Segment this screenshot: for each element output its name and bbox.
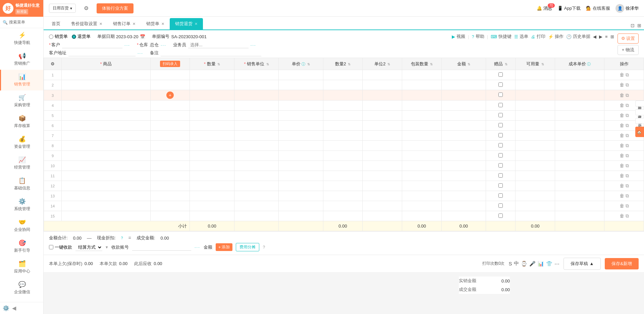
sidebar-item-finance[interactable]: 💰 资金管理: [0, 132, 43, 153]
th-settings[interactable]: ⚙: [44, 58, 62, 70]
row-8-unit-price[interactable]: [279, 141, 323, 151]
calc-method-select[interactable]: 结算方式: [75, 244, 102, 251]
row-15-qty2[interactable]: [323, 211, 363, 221]
row-15-qty[interactable]: [190, 211, 234, 221]
row-4-available[interactable]: [516, 101, 555, 111]
row-2-copy-icon[interactable]: ⧉: [626, 82, 629, 88]
row-2-amount[interactable]: [441, 80, 486, 90]
row-7-qty[interactable]: [190, 131, 234, 141]
row-1-delete-icon[interactable]: 🗑: [620, 72, 624, 78]
gear-icon[interactable]: ⚙: [81, 4, 91, 13]
row-7-cost-price[interactable]: [555, 131, 604, 141]
row-15-gift[interactable]: [486, 211, 516, 221]
toolbar-icon-5[interactable]: 📊: [538, 261, 544, 267]
row-10-gift[interactable]: [486, 161, 516, 171]
sidebar-item-system[interactable]: ⚙️ 系统管理: [0, 194, 43, 215]
row-14-qty2[interactable]: [323, 201, 363, 211]
row-6-available[interactable]: [516, 121, 555, 131]
toolbar-icon-7[interactable]: ⋯: [554, 261, 559, 267]
row-12-sale-unit[interactable]: [234, 181, 278, 191]
row-6-qty2[interactable]: [323, 121, 363, 131]
tab-sale-goods[interactable]: 销货单 ✕: [141, 18, 170, 29]
row-6-amount[interactable]: [441, 121, 486, 131]
row-7-sale-unit[interactable]: [234, 131, 278, 141]
toolbar-icon-1[interactable]: S: [508, 261, 512, 266]
row-3-delete-icon[interactable]: 🗑: [620, 92, 624, 98]
row-3-unit2[interactable]: [363, 90, 402, 101]
toolbar-help[interactable]: ? 帮助: [472, 34, 484, 40]
row-15-delete-icon[interactable]: 🗑: [620, 213, 624, 219]
view-grid-icon[interactable]: ⊞: [610, 34, 614, 39]
row-1-cost-price[interactable]: [555, 70, 604, 80]
row-3-unit-price[interactable]: [279, 90, 323, 101]
row-8-qty2[interactable]: [323, 141, 363, 151]
row-7-available[interactable]: [516, 131, 555, 141]
row-13-qty2[interactable]: [323, 191, 363, 201]
row-13-pack-qty[interactable]: [402, 191, 442, 201]
row-3-gift[interactable]: [486, 90, 516, 101]
row-12-pack-qty[interactable]: [402, 181, 442, 191]
row-13-sale-unit[interactable]: [234, 191, 278, 201]
toolbar-select[interactable]: ☰ 选单: [514, 34, 528, 40]
row-1-sale-unit[interactable]: [234, 70, 278, 80]
tab-home[interactable]: 首页: [46, 18, 66, 29]
row-13-gift[interactable]: [486, 191, 516, 201]
row-12-delete-icon[interactable]: 🗑: [620, 183, 624, 189]
sidebar-item-shortcuts[interactable]: ⚡ 快捷导航: [0, 28, 43, 49]
right-panel-attachment[interactable]: 附件: [635, 101, 644, 107]
row-3-available[interactable]: [516, 90, 555, 101]
tab-maximize-icon[interactable]: ⊡: [631, 23, 635, 28]
row-9-unit2[interactable]: [363, 151, 402, 161]
sale-unit-sort-icon[interactable]: ⇅: [266, 62, 269, 66]
row-14-available[interactable]: [516, 201, 555, 211]
account-input[interactable]: [132, 244, 191, 251]
nav-prev-icon[interactable]: ◀: [593, 34, 596, 39]
row-3-pack-qty[interactable]: [402, 90, 442, 101]
row-7-unit2[interactable]: [363, 131, 402, 141]
toolbar-action[interactable]: ⚡ 操作: [548, 34, 564, 40]
row-6-pack-qty[interactable]: [402, 121, 442, 131]
row-8-qty[interactable]: [190, 141, 234, 151]
row-8-pack-qty[interactable]: [402, 141, 442, 151]
row-10-unit2[interactable]: [363, 161, 402, 171]
row-12-gift[interactable]: [486, 181, 516, 191]
row-15-cost-price[interactable]: [555, 211, 604, 221]
row-9-cost-price[interactable]: [555, 151, 604, 161]
unit-price-sort-icon[interactable]: ⇅: [307, 62, 310, 66]
tab-close-sale-order[interactable]: ✕: [132, 22, 136, 26]
row-8-unit2[interactable]: [363, 141, 402, 151]
row-15-amount[interactable]: [441, 211, 486, 221]
row-3-goods[interactable]: [61, 90, 150, 101]
toolbar-shortcut[interactable]: ⌨ 快捷键: [491, 34, 512, 40]
row-12-unit2[interactable]: [363, 181, 402, 191]
row-12-copy-icon[interactable]: ⧉: [626, 183, 629, 189]
row-12-goods[interactable]: [61, 181, 150, 191]
row-2-qty2[interactable]: [323, 80, 363, 90]
row-7-qty2[interactable]: [323, 131, 363, 141]
row-15-pack-qty[interactable]: [402, 211, 442, 221]
row-10-pack-qty[interactable]: [402, 161, 442, 171]
row-13-goods[interactable]: [61, 191, 150, 201]
row-14-pack-qty[interactable]: [402, 201, 442, 211]
row-12-cost-price[interactable]: [555, 181, 604, 191]
row-12-unit-price[interactable]: [279, 181, 323, 191]
row-2-sale-unit[interactable]: [234, 80, 278, 90]
row-13-delete-icon[interactable]: 🗑: [620, 193, 624, 199]
row-1-goods[interactable]: [61, 70, 150, 80]
row-8-amount[interactable]: [441, 141, 486, 151]
row-8-copy-icon[interactable]: ⧉: [626, 143, 629, 148]
address-select-btn[interactable]: ···: [138, 51, 143, 56]
row-4-qty2[interactable]: [323, 101, 363, 111]
row-9-available[interactable]: [516, 151, 555, 161]
online-service-link[interactable]: 💁 在线客服: [586, 5, 610, 11]
toolbar-icon-6[interactable]: 👕: [546, 261, 552, 267]
row-13-unit2[interactable]: [363, 191, 402, 201]
row-1-qty[interactable]: [190, 70, 234, 80]
row-1-available[interactable]: [516, 70, 555, 80]
logistics-btn[interactable]: + 物流: [618, 45, 639, 55]
row-11-amount[interactable]: [441, 171, 486, 181]
row-9-qty[interactable]: [190, 151, 234, 161]
row-4-sale-unit[interactable]: [234, 101, 278, 111]
cost-price-hint-icon[interactable]: ⓘ: [587, 62, 591, 66]
row-5-copy-icon[interactable]: ⧉: [626, 113, 629, 118]
